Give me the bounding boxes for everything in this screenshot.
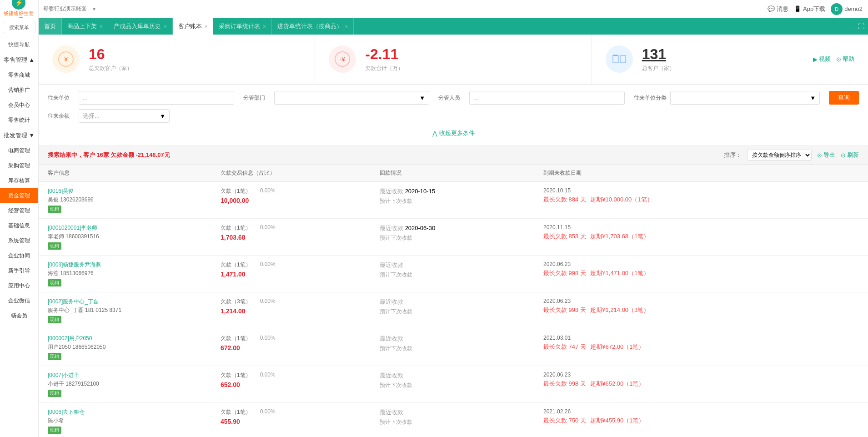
overdue-2[interactable]: 最长欠款 998 天 超期¥1,471.00（1笔） — [543, 269, 859, 277]
collapse-btn[interactable]: ⋀ 收起更多条件 — [432, 129, 475, 137]
overdue-6[interactable]: 最长欠款 750 天 超期¥455.90（1笔） — [543, 417, 859, 425]
tab-close-customer-account[interactable]: × — [205, 24, 207, 29]
customer-contact-3: 服务中心_丁磊 181 0125 8371 — [48, 306, 221, 314]
filter-dept-select[interactable]: ▼ — [274, 91, 430, 105]
overdue-0[interactable]: 最长欠款 884 天 超期¥10,000.00（1笔） — [543, 196, 859, 204]
collection-next-5: 预计下次收款 — [380, 382, 543, 389]
sidebar-item-enterprise-wechat[interactable]: 企业微信 — [0, 293, 38, 308]
sidebar-item-retail-stats[interactable]: 零售统计 — [0, 113, 38, 128]
sidebar-item-app-center[interactable]: 应用中心 — [0, 278, 38, 293]
customer-code-5[interactable]: [0007]小进干 — [48, 372, 221, 379]
sidebar-item-basic-info[interactable]: 基础信息 — [0, 218, 38, 233]
tab-close-production-history[interactable]: × — [164, 24, 166, 29]
debt-percent-3: 0.00% — [260, 298, 276, 304]
customer-contact-2: 海燕 18513066976 — [48, 270, 221, 277]
sidebar-item-enterprise-collab[interactable]: 企业协同 — [0, 248, 38, 263]
message-btn[interactable]: 💬 消息 — [768, 5, 788, 13]
sidebar-item-new-guide[interactable]: 新手引导 — [0, 263, 38, 278]
tab-purchase-stats[interactable]: 进货单统计表（按商品） × — [272, 18, 354, 35]
debt-percent-1: 0.00% — [260, 224, 276, 231]
filter-unit-input[interactable]: ... — [79, 91, 234, 105]
debt-amount-2[interactable]: 1,471.00 — [221, 271, 251, 278]
sidebar-item-marketing[interactable]: 营销推广 — [0, 83, 38, 98]
filter-balance-select[interactable]: 选择... ▼ — [79, 109, 170, 123]
svg-text:-¥: -¥ — [340, 56, 346, 63]
customer-code-0[interactable]: [0016]吴俊 — [48, 187, 221, 195]
filter-person-input[interactable]: ... — [469, 91, 625, 105]
col-header-collection: 回款情况 — [380, 169, 543, 177]
debt-amount-1[interactable]: 1,703.68 — [221, 234, 251, 241]
refresh-icon: ⊙ — [841, 152, 846, 159]
sidebar-item-retail-mall[interactable]: 零售商城 — [0, 68, 38, 83]
customer-code-2[interactable]: [0003]畅捷服务尹海燕 — [48, 261, 221, 269]
sidebar-item-quick-nav[interactable]: 快捷导航 — [0, 37, 38, 52]
debt-percent-6: 0.00% — [260, 408, 276, 415]
due-date-3: 2020.06.23 — [543, 298, 859, 304]
overdue-4[interactable]: 最长欠款 747 天 超期¥672.00（1笔） — [543, 343, 859, 351]
tab-home[interactable]: 首页 — [39, 18, 62, 35]
overdue-1[interactable]: 最长欠款 853 天 超期¥1,703.68（1笔） — [543, 232, 859, 241]
due-date-5: 2020.06.23 — [543, 372, 859, 378]
collection-next-6: 预计下次收款 — [380, 418, 543, 426]
sidebar-item-member-center[interactable]: 会员中心 — [0, 98, 38, 113]
debt-amount-4[interactable]: 672.00 — [221, 344, 251, 352]
sidebar-item-operations[interactable]: 经营管理 — [0, 203, 38, 218]
sidebar-item-inventory[interactable]: 库存核算 — [0, 173, 38, 188]
sidebar-item-member[interactable]: 畅会员 — [0, 308, 38, 323]
sidebar-search-btn[interactable]: 搜索菜单 — [3, 22, 35, 33]
collection-info-5: 最近收款 预计下次收款 — [380, 372, 543, 389]
export-btn[interactable]: ⊙ 导出 — [817, 151, 835, 159]
customer-code-6[interactable]: [0006]去下粮仓 — [48, 408, 221, 416]
tab-minimize-icon[interactable]: — — [848, 23, 854, 30]
data-table: 客户信息 欠款交易信息（占比） 回款情况 到期未收款日期 [0016]吴俊 吴俊… — [39, 165, 868, 437]
results-actions: 排序： 按欠款金额倒序排序 ⊙ 导出 ⊙ 刷新 — [724, 150, 859, 161]
customer-code-3[interactable]: [0002]服务中心_丁磊 — [48, 298, 221, 306]
help-btn[interactable]: ⊙ 帮助 — [836, 55, 854, 63]
results-bar: 搜索结果中，客户 16家 欠款金额 -21,148.07元 排序： 按欠款金额倒… — [39, 146, 868, 165]
filter-category-select[interactable]: ▼ — [670, 91, 820, 105]
refresh-btn[interactable]: ⊙ 刷新 — [841, 151, 859, 159]
debt-amount-0[interactable]: 10,000.00 — [221, 197, 251, 204]
debt-amount-3[interactable]: 1,214.00 — [221, 307, 251, 315]
overdue-3[interactable]: 最长欠款 998 天 超期¥1,214.00（3笔） — [543, 306, 859, 314]
customer-info-4: [000002]用户2050 用户2050 18665062050 现销 — [48, 335, 221, 360]
tab-goods-listing[interactable]: 商品上下架 × — [62, 18, 108, 35]
app-download-btn[interactable]: 📱 App下载 — [794, 5, 825, 13]
customer-tag-6: 现销 — [48, 427, 61, 434]
tab-close-goods-listing[interactable]: × — [100, 24, 102, 29]
debt-amount-5[interactable]: 652.00 — [221, 381, 251, 388]
collection-info-1: 最近收款 2020-06-30 预计下次收款 — [380, 224, 543, 242]
stat-number-total-customers: 131 — [642, 46, 675, 63]
customer-code-1[interactable]: [0001020001]李老师 — [48, 224, 221, 232]
collection-next-4: 预计下次收款 — [380, 345, 543, 352]
sidebar-item-retail-mgmt[interactable]: 零售管理 ▲ — [0, 52, 38, 68]
tab-maximize-icon[interactable]: ⛶ — [858, 23, 864, 30]
due-date-0: 2020.10.15 — [543, 187, 859, 194]
search-button[interactable]: 查询 — [829, 91, 859, 105]
due-info-6: 2021.02.26 最长欠款 750 天 超期¥455.90（1笔） — [543, 408, 859, 425]
sidebar-item-finance[interactable]: 资金管理 — [0, 188, 38, 203]
col-header-due: 到期未收款日期 — [543, 169, 859, 177]
sort-select[interactable]: 按欠款金额倒序排序 — [747, 150, 812, 161]
due-info-0: 2020.10.15 最长欠款 884 天 超期¥10,000.00（1笔） — [543, 187, 859, 204]
tab-close-purchase-summary[interactable]: × — [263, 24, 266, 29]
tab-customer-account[interactable]: 客户账本 × — [173, 18, 213, 35]
debt-amount-6[interactable]: 455.90 — [221, 418, 251, 425]
sidebar-item-system[interactable]: 系统管理 — [0, 233, 38, 248]
tab-production-history[interactable]: 产成品入库单历史 × — [108, 18, 172, 35]
sidebar-item-wholesale-mgmt[interactable]: 批发管理 ▼ — [0, 128, 38, 143]
sidebar-item-ecommerce[interactable]: 电商管理 — [0, 143, 38, 158]
user-avatar[interactable]: D demo2 — [831, 3, 863, 15]
view-video-btn[interactable]: ▶ 视频 — [813, 55, 831, 63]
svg-rect-4 — [613, 55, 618, 63]
tab-purchase-summary[interactable]: 采购订单统计表 × — [213, 18, 271, 35]
collection-info-0: 最近收款 2020-10-15 预计下次收款 — [380, 187, 543, 205]
customer-contact-6: 陈小希 — [48, 417, 221, 425]
tab-controls: — ⛶ — [844, 23, 868, 30]
due-date-6: 2021.02.26 — [543, 408, 859, 415]
overdue-5[interactable]: 最长欠款 998 天 超期¥652.00（1笔） — [543, 380, 859, 388]
due-info-2: 2020.06.23 最长欠款 998 天 超期¥1,471.00（1笔） — [543, 261, 859, 277]
sidebar-item-purchase-mgmt[interactable]: 采购管理 — [0, 158, 38, 173]
customer-code-4[interactable]: [000002]用户2050 — [48, 335, 221, 342]
tab-close-purchase-stats[interactable]: × — [345, 24, 348, 29]
